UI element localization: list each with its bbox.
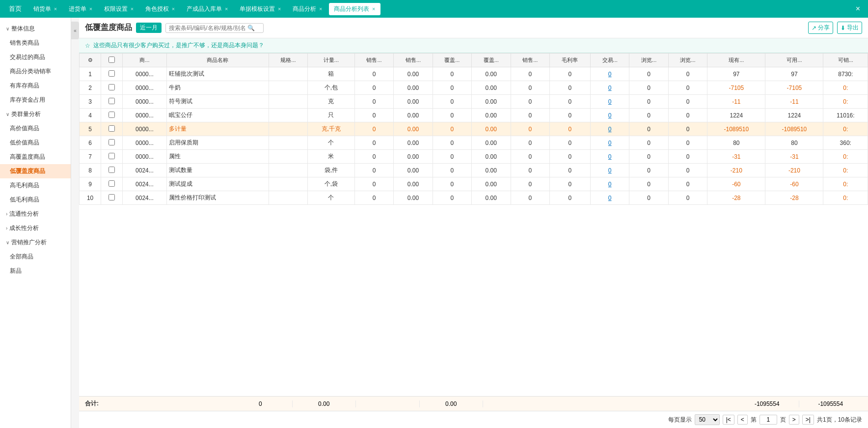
sidebar-item-traded-goods[interactable]: 交易过的商品 [0,50,71,64]
sidebar-item-all-goods[interactable]: 全部商品 [0,250,71,264]
nav-item-roles[interactable]: 角色授权 × [140,3,180,15]
page-size-label: 每页显示 [668,416,692,424]
row-coverage1: 0 [433,122,471,136]
row-transaction[interactable]: 0 [590,81,629,95]
row-transaction[interactable]: 0 [590,177,629,191]
row-transaction[interactable]: 0 [590,191,629,205]
nav-item-permissions[interactable]: 权限设置 × [99,3,138,15]
sidebar-item-low-coverage[interactable]: 低覆盖度商品 [0,164,71,178]
sidebar-item-stocked-goods[interactable]: 有库存商品 [0,79,71,93]
row-current-stock: 80 [707,136,765,150]
row-checkbox[interactable] [101,164,123,177]
row-checkbox[interactable] [101,177,123,191]
first-page-button[interactable]: |< [723,415,734,425]
row-checkbox[interactable] [101,81,123,95]
share-button[interactable]: ↗ 分享 [808,22,833,34]
sidebar-section-overall[interactable]: ∨ 整体信息 [0,22,71,36]
row-checkbox-input[interactable] [108,180,115,187]
row-code: 0000... [122,136,166,150]
select-all-checkbox[interactable] [108,57,115,63]
period-button[interactable]: 近一月 [136,23,162,33]
row-checkbox[interactable] [101,95,123,109]
sidebar-item-new-goods[interactable]: 新品 [0,264,71,278]
nav-close-templates[interactable]: × [278,6,281,12]
nav-item-products[interactable]: 产成品入库单 × [182,3,233,15]
row-transaction[interactable]: 0 [590,95,629,109]
row-coverage2: 0.00 [472,150,511,164]
row-transaction[interactable]: 0 [590,150,629,164]
row-checkbox[interactable] [101,136,123,150]
sidebar-item-low-margin[interactable]: 低毛利商品 [0,193,71,207]
nav-close-roles[interactable]: × [172,6,175,12]
sidebar-item-high-coverage[interactable]: 高覆盖度商品 [0,150,71,164]
next-page-button[interactable]: > [789,415,799,425]
nav-close-permissions[interactable]: × [131,6,134,12]
nav-close-analysis[interactable]: × [319,6,322,12]
nav-item-analysis-list[interactable]: 商品分析列表 × [329,3,380,15]
sidebar-item-sales-goods[interactable]: 销售类商品 [0,36,71,50]
row-checkbox-input[interactable] [108,167,115,173]
row-checkbox[interactable] [101,122,123,136]
row-checkbox-input[interactable] [108,98,115,104]
prev-page-button[interactable]: < [737,415,748,425]
nav-close-analysis-list[interactable]: × [372,6,375,12]
row-sales-amount: 0.00 [394,81,433,95]
row-checkbox-input[interactable] [108,84,115,90]
row-checkbox-input[interactable] [108,153,115,159]
nav-item-home[interactable]: 首页 [4,2,27,15]
row-checkbox-input[interactable] [108,194,115,200]
sidebar-section-category[interactable]: ∨ 类群量分析 [0,107,71,121]
row-name: 多计量 [167,122,269,136]
nav-item-purchase[interactable]: 进货单 × [64,3,97,15]
row-browse1: 0 [629,81,668,95]
col-settings[interactable]: ⚙ [80,54,101,67]
sidebar-section-marketing[interactable]: ∨ 营销推广分析 [0,235,71,250]
sidebar-item-low-value[interactable]: 低价值商品 [0,136,71,150]
sidebar-section-growth[interactable]: › 成长性分析 [0,221,71,235]
nav-item-templates[interactable]: 单据模板设置 × [235,3,286,15]
sidebar-item-high-value[interactable]: 高价值商品 [0,121,71,136]
nav-close-sales[interactable]: × [54,6,57,12]
sidebar-item-category-rate[interactable]: 商品分类动销率 [0,64,71,79]
chevron-down-icon: ∨ [6,26,9,31]
row-gross-margin: 0 [549,136,590,150]
nav-close-products[interactable]: × [225,6,228,12]
row-transaction[interactable]: 0 [590,136,629,150]
col-unit: 计量... [308,54,355,67]
col-checkbox[interactable] [101,54,123,67]
row-checkbox-input[interactable] [108,70,115,77]
row-sales-count: 0 [354,191,393,205]
row-sales-amount: 0.00 [394,67,433,81]
row-checkbox[interactable] [101,109,123,122]
table-row: 40000...眠宝公仔只00.0000.0000000122412241101… [80,109,868,122]
row-transaction[interactable]: 0 [590,67,629,81]
nav-close-purchase[interactable]: × [89,6,92,12]
export-button[interactable]: ⬇ 导出 [837,22,862,34]
row-checkbox[interactable] [101,191,123,205]
sidebar-collapse-button[interactable]: « [71,22,79,39]
row-transaction[interactable]: 0 [590,122,629,136]
row-gross-margin: 0 [549,67,590,81]
search-input[interactable] [169,25,247,31]
last-page-button[interactable]: >| [802,415,814,425]
row-checkbox[interactable] [101,67,123,81]
row-browse2: 0 [668,191,707,205]
page-size-select[interactable]: 20 50 100 [695,414,720,425]
page-number-input[interactable] [760,415,777,425]
sidebar-item-capital-usage[interactable]: 库存资金占用 [0,93,71,107]
sidebar-item-high-margin[interactable]: 高毛利商品 [0,178,71,193]
row-checkbox[interactable] [101,150,123,164]
row-transaction[interactable]: 0 [590,109,629,122]
sidebar-section-flow[interactable]: › 流通性分析 [0,207,71,221]
row-transaction[interactable]: 0 [590,164,629,177]
window-close-button[interactable]: × [852,4,864,13]
nav-item-sales[interactable]: 销货单 × [28,3,62,15]
row-sales3: 0 [511,191,549,205]
col-name: 商品名称 [167,54,269,67]
row-checkbox-input[interactable] [108,125,115,132]
table-container[interactable]: ⚙ 商... 商品名称 规格... 计量... 销售... 销售... 覆盖..… [79,53,868,396]
row-checkbox-input[interactable] [108,139,115,145]
nav-item-analysis[interactable]: 商品分析 × [288,3,327,15]
row-checkbox-input[interactable] [108,112,115,118]
row-current-stock: -28 [707,191,765,205]
